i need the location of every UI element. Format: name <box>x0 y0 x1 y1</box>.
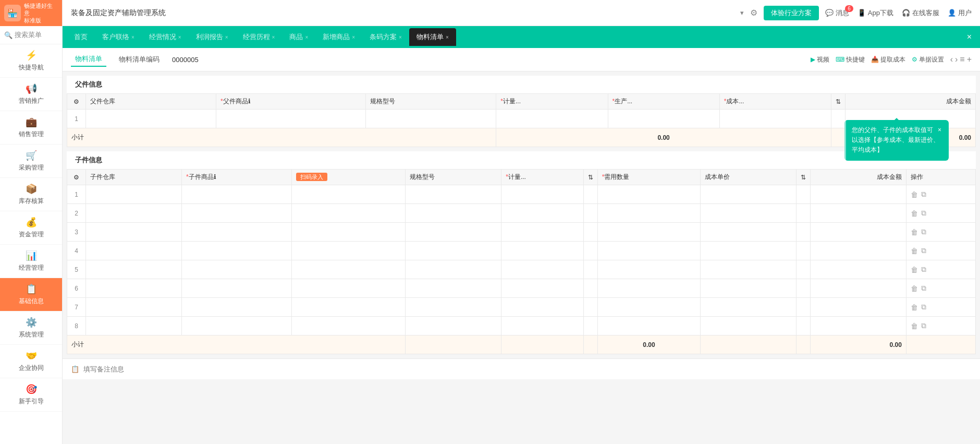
settings-icon[interactable]: ⚙ <box>750 8 757 18</box>
message-icon: 💬 <box>825 9 834 17</box>
parent-warehouse-cell[interactable] <box>86 110 216 128</box>
system-title: 装备及固定资产辅助管理系统 <box>71 8 734 18</box>
child-unit-1[interactable] <box>501 185 584 204</box>
tab-history-close[interactable]: × <box>272 34 275 40</box>
child-col-sort2: ⇅ <box>796 170 810 185</box>
child-col-scan[interactable]: 扫码录入 <box>292 170 406 185</box>
child-col-unit: *计量... <box>501 170 584 185</box>
message-button[interactable]: 💬 6 消息 <box>825 8 849 18</box>
sidebar-item-sales[interactable]: 💼 销售管理 <box>0 111 62 145</box>
tab-goods-close[interactable]: × <box>305 34 308 40</box>
delete-icon-8[interactable]: 🗑 <box>911 322 918 330</box>
child-unitcost-2[interactable] <box>701 204 797 223</box>
copy-icon-7[interactable]: ⧉ <box>921 303 926 311</box>
doc-settings-btn[interactable]: ⚙ 单据设置 <box>912 55 944 64</box>
app-download-button[interactable]: 📱 App下载 <box>858 8 893 18</box>
parent-spec-cell[interactable] <box>366 110 496 128</box>
delete-icon-7[interactable]: 🗑 <box>911 303 918 311</box>
copy-icon-8[interactable]: ⧉ <box>921 321 926 330</box>
sidebar-item-operations[interactable]: 📊 经营管理 <box>0 245 62 278</box>
parent-cost-cell[interactable] <box>719 110 831 128</box>
copy-icon-1[interactable]: ⧉ <box>921 190 926 199</box>
sidebar-item-guide[interactable]: 🎯 新手引导 <box>0 378 62 412</box>
main-area: 装备及固定资产辅助管理系统 ▾ ⚙ 体验行业方案 💬 6 消息 📱 App下载 … <box>63 0 980 444</box>
tab-home[interactable]: 首页 <box>67 28 95 46</box>
copy-icon-4[interactable]: ⧉ <box>921 246 926 255</box>
child-col-settings[interactable]: ⚙ <box>67 170 86 185</box>
online-service-button[interactable]: 🎧 在线客服 <box>902 8 939 18</box>
parent-col-settings[interactable]: ⚙ <box>67 94 86 110</box>
nav-prev-btn[interactable]: ‹ <box>950 55 953 64</box>
delete-icon-4[interactable]: 🗑 <box>911 247 918 255</box>
tab-history[interactable]: 经营历程 × <box>236 28 283 46</box>
tab-profit[interactable]: 利润报告 × <box>189 28 236 46</box>
top-header: 装备及固定资产辅助管理系统 ▾ ⚙ 体验行业方案 💬 6 消息 📱 App下载 … <box>63 0 980 26</box>
parent-production-cell[interactable] <box>608 110 719 128</box>
copy-icon-5[interactable]: ⧉ <box>921 265 926 274</box>
sidebar-item-search[interactable]: 🔍 搜索菜单 <box>0 26 62 44</box>
tooltip-close-btn[interactable]: × <box>938 125 941 135</box>
sub-actions: ▶ 视频 ⌨ 快捷键 📥 提取成本 ⚙ 单据设置 ‹ › <box>811 55 972 64</box>
child-qty-1[interactable] <box>597 185 700 204</box>
tab-new-goods[interactable]: 新增商品 × <box>315 28 362 46</box>
quicknav-icon: ⚡ <box>26 50 37 61</box>
tab-operations[interactable]: 经营情况 × <box>142 28 189 46</box>
sidebar-item-inventory[interactable]: 📦 库存核算 <box>0 178 62 211</box>
sidebar-item-finance[interactable]: 💰 资金管理 <box>0 211 62 245</box>
tab-bom-close[interactable]: × <box>446 34 449 40</box>
delete-icon-2[interactable]: 🗑 <box>911 209 918 218</box>
copy-icon-3[interactable]: ⧉ <box>921 227 926 236</box>
parent-section-title: 父件信息 <box>67 76 976 93</box>
sidebar-item-system[interactable]: ⚙️ 系统管理 <box>0 311 62 345</box>
video-btn[interactable]: ▶ 视频 <box>811 55 829 64</box>
nav-tabs: 首页 客户联络 × 经营情况 × 利润报告 × 经营历程 × 商品 × 新增商品… <box>63 26 980 48</box>
sidebar-item-purchase[interactable]: 🛒 采购管理 <box>0 145 62 178</box>
sub-tab-bom[interactable]: 物料清单 <box>71 52 106 67</box>
extract-cost-btn[interactable]: 📥 提取成本 <box>871 55 905 64</box>
parent-subtotal-empty <box>831 128 845 147</box>
trial-button[interactable]: 体验行业方案 <box>764 6 819 20</box>
sub-tab-bom-code[interactable]: 物料清单编码 <box>115 53 164 66</box>
copy-icon-2[interactable]: ⧉ <box>921 209 926 218</box>
sidebar-item-quicknav[interactable]: ⚡ 快捷导航 <box>0 44 62 78</box>
delete-icon-3[interactable]: 🗑 <box>911 228 918 236</box>
note-input[interactable] <box>83 365 972 373</box>
tab-new-goods-close[interactable]: × <box>352 34 355 40</box>
tab-operations-close[interactable]: × <box>178 34 181 40</box>
sidebar-item-basic-info[interactable]: 📋 基础信息 <box>0 278 62 311</box>
tab-bom[interactable]: 物料清单 × <box>409 28 456 46</box>
child-qty-2[interactable] <box>597 204 700 223</box>
nav-menu-btn[interactable]: ≡ <box>960 55 964 64</box>
user-button[interactable]: 👤 用户 <box>948 8 972 18</box>
dropdown-arrow-icon[interactable]: ▾ <box>740 9 744 17</box>
child-unitcost-1[interactable] <box>701 185 797 204</box>
tab-profit-close[interactable]: × <box>225 34 228 40</box>
child-unit-2[interactable] <box>501 204 584 223</box>
parent-col-production: *生产... <box>608 94 719 110</box>
child-goods-2[interactable] <box>181 204 291 223</box>
tab-customer[interactable]: 客户联络 × <box>95 28 142 46</box>
keyboard-icon: ⌨ <box>836 56 844 63</box>
parent-unit-cell[interactable] <box>496 110 608 128</box>
sidebar-item-marketing[interactable]: 📢 营销推广 <box>0 78 62 111</box>
child-spec-1[interactable] <box>406 185 501 204</box>
shortcut-btn[interactable]: ⌨ 快捷键 <box>836 55 865 64</box>
tab-barcode[interactable]: 条码方案 × <box>362 28 409 46</box>
tab-barcode-close[interactable]: × <box>399 34 402 40</box>
sidebar: 🏪 畅捷通好生意 标准版 🔍 搜索菜单 ⚡ 快捷导航 📢 营销推广 💼 销售管理… <box>0 0 63 444</box>
tab-goods[interactable]: 商品 × <box>282 28 315 46</box>
nav-next-btn[interactable]: › <box>955 55 958 64</box>
child-goods-1[interactable] <box>181 185 291 204</box>
parent-goods-cell[interactable] <box>216 110 366 128</box>
sidebar-item-enterprise[interactable]: 🤝 企业协同 <box>0 345 62 378</box>
child-warehouse-1[interactable] <box>86 185 182 204</box>
delete-icon-6[interactable]: 🗑 <box>911 284 918 293</box>
child-spec-2[interactable] <box>406 204 501 223</box>
tab-customer-close[interactable]: × <box>131 34 134 40</box>
nav-add-btn[interactable]: + <box>967 55 972 64</box>
close-all-tabs-button[interactable]: × <box>963 30 976 44</box>
delete-icon-1[interactable]: 🗑 <box>911 190 918 199</box>
delete-icon-5[interactable]: 🗑 <box>911 266 918 274</box>
copy-icon-6[interactable]: ⧉ <box>921 284 926 293</box>
child-warehouse-2[interactable] <box>86 204 182 223</box>
